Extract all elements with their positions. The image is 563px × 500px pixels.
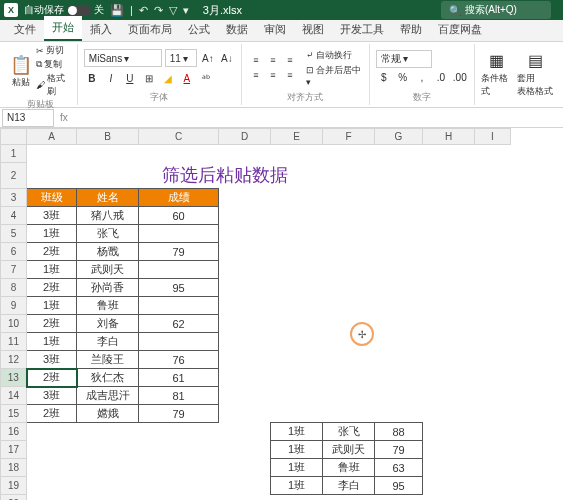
row-header[interactable]: 16 — [1, 423, 27, 441]
cell[interactable]: 1班 — [271, 423, 323, 441]
format-painter-button[interactable]: 🖌格式刷 — [36, 72, 71, 98]
cell[interactable]: 2班 — [27, 315, 77, 333]
cell[interactable]: 武则天 — [77, 261, 139, 279]
col-header[interactable]: F — [323, 129, 375, 145]
number-format-select[interactable]: 常规▾ — [376, 50, 432, 68]
align-center-button[interactable]: ≡ — [265, 68, 281, 82]
fill-color-button[interactable]: ◢ — [160, 70, 176, 86]
cell[interactable]: 1班 — [271, 477, 323, 495]
cell[interactable]: 1班 — [271, 441, 323, 459]
more-icon[interactable]: ▾ — [183, 4, 189, 17]
cell[interactable]: 武则天 — [323, 441, 375, 459]
row-header[interactable]: 1 — [1, 145, 27, 163]
row-header[interactable]: 19 — [1, 477, 27, 495]
worksheet[interactable]: A B C D E F G H I 1 2筛选后粘贴数据 3 班级 姓名 成绩 … — [0, 128, 563, 500]
decrease-font-button[interactable]: A↓ — [219, 50, 235, 66]
bold-button[interactable]: B — [84, 70, 100, 86]
cell[interactable] — [139, 261, 219, 279]
col-header[interactable]: D — [219, 129, 271, 145]
comma-button[interactable]: , — [414, 70, 430, 86]
row-header[interactable]: 13 — [1, 369, 27, 387]
increase-font-button[interactable]: A↑ — [200, 50, 216, 66]
row-header[interactable]: 3 — [1, 189, 27, 207]
row-header[interactable]: 14 — [1, 387, 27, 405]
cell[interactable]: 张飞 — [323, 423, 375, 441]
cell[interactable]: 狄仁杰 — [77, 369, 139, 387]
cell[interactable]: 2班 — [27, 243, 77, 261]
cell[interactable]: 62 — [139, 315, 219, 333]
col-header[interactable]: I — [475, 129, 511, 145]
table-header[interactable]: 成绩 — [139, 189, 219, 207]
row-header[interactable]: 4 — [1, 207, 27, 225]
row-header[interactable]: 20 — [1, 495, 27, 501]
cell[interactable]: 1班 — [271, 459, 323, 477]
dec-decimal-button[interactable]: .00 — [452, 70, 468, 86]
cell[interactable]: 李白 — [323, 477, 375, 495]
copy-button[interactable]: ⧉复制 — [36, 58, 62, 71]
inc-decimal-button[interactable]: .0 — [433, 70, 449, 86]
tab-dev[interactable]: 开发工具 — [332, 18, 392, 41]
cell[interactable] — [139, 333, 219, 351]
cell[interactable]: 79 — [375, 441, 423, 459]
align-mid-button[interactable]: ≡ — [265, 53, 281, 67]
tab-review[interactable]: 审阅 — [256, 18, 294, 41]
align-bot-button[interactable]: ≡ — [282, 53, 298, 67]
wrap-text-button[interactable]: ⤶ 自动换行 — [306, 49, 363, 62]
cell[interactable]: 60 — [139, 207, 219, 225]
cell[interactable]: 79 — [139, 405, 219, 423]
merge-center-button[interactable]: ⊡ 合并后居中 ▾ — [306, 64, 363, 87]
cell[interactable]: 95 — [375, 477, 423, 495]
cell[interactable]: 1班 — [27, 261, 77, 279]
col-header[interactable]: H — [423, 129, 475, 145]
tab-home[interactable]: 开始 — [44, 16, 82, 41]
cell[interactable]: 95 — [139, 279, 219, 297]
border-button[interactable]: ⊞ — [141, 70, 157, 86]
row-header[interactable]: 11 — [1, 333, 27, 351]
autosave-toggle[interactable]: 自动保存 关 — [24, 3, 104, 17]
cell[interactable] — [139, 225, 219, 243]
cell[interactable]: 79 — [139, 243, 219, 261]
align-top-button[interactable]: ≡ — [248, 53, 264, 67]
row-header[interactable]: 9 — [1, 297, 27, 315]
col-header[interactable]: A — [27, 129, 77, 145]
cell[interactable]: 1班 — [27, 297, 77, 315]
cell[interactable]: 李白 — [77, 333, 139, 351]
tab-baidu[interactable]: 百度网盘 — [430, 18, 490, 41]
row-header[interactable]: 17 — [1, 441, 27, 459]
font-name-select[interactable]: MiSans▾ — [84, 49, 162, 67]
cell[interactable]: 61 — [139, 369, 219, 387]
search-input[interactable]: 🔍 搜索(Alt+Q) — [441, 1, 551, 19]
cell[interactable]: 孙尚香 — [77, 279, 139, 297]
cell[interactable]: 鲁班 — [77, 297, 139, 315]
cell[interactable]: 1班 — [27, 333, 77, 351]
row-header[interactable]: 5 — [1, 225, 27, 243]
font-color-button[interactable]: A — [179, 70, 195, 86]
filter-icon[interactable]: ▽ — [169, 4, 177, 17]
tab-layout[interactable]: 页面布局 — [120, 18, 180, 41]
cell[interactable]: 3班 — [27, 351, 77, 369]
cell[interactable]: 鲁班 — [323, 459, 375, 477]
cell[interactable]: 2班 — [27, 279, 77, 297]
cell[interactable]: 3班 — [27, 387, 77, 405]
col-header[interactable]: E — [271, 129, 323, 145]
align-left-button[interactable]: ≡ — [248, 68, 264, 82]
currency-button[interactable]: $ — [376, 70, 392, 86]
tab-insert[interactable]: 插入 — [82, 18, 120, 41]
conditional-format-button[interactable]: ▦条件格式 — [481, 51, 513, 98]
select-all-corner[interactable] — [1, 129, 27, 145]
row-header[interactable]: 6 — [1, 243, 27, 261]
cell[interactable]: 81 — [139, 387, 219, 405]
col-header[interactable]: C — [139, 129, 219, 145]
cell[interactable]: 兰陵王 — [77, 351, 139, 369]
undo-icon[interactable]: ↶ — [139, 4, 148, 17]
fx-icon[interactable]: fx — [54, 112, 74, 123]
row-header[interactable]: 12 — [1, 351, 27, 369]
name-box[interactable]: N13 — [2, 109, 54, 127]
tab-file[interactable]: 文件 — [6, 18, 44, 41]
tab-view[interactable]: 视图 — [294, 18, 332, 41]
row-header[interactable]: 2 — [1, 163, 27, 189]
cell[interactable]: 猪八戒 — [77, 207, 139, 225]
cell[interactable]: 刘备 — [77, 315, 139, 333]
cell[interactable] — [139, 297, 219, 315]
cell[interactable]: 3班 — [27, 207, 77, 225]
